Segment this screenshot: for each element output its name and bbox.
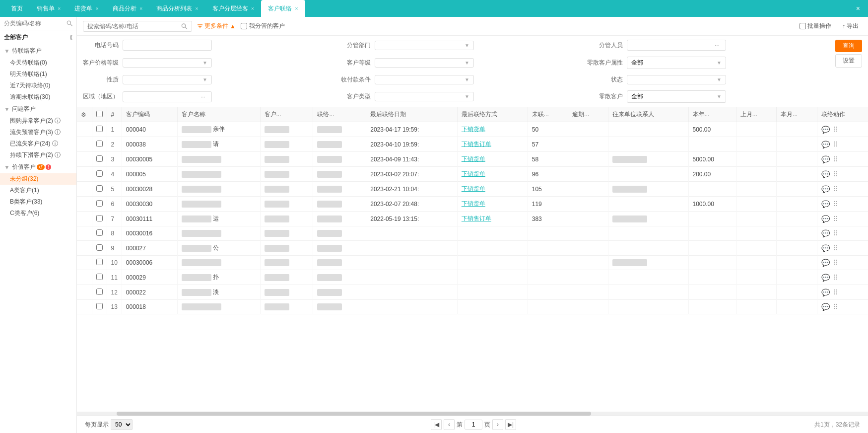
contact-icon[interactable]: 💬	[821, 185, 830, 193]
more-action-icon[interactable]: ⠿	[833, 185, 838, 193]
more-action-icon[interactable]: ⠿	[833, 215, 838, 223]
batch-op-button[interactable]: 批量操作	[796, 20, 835, 32]
tab-sales[interactable]: 销售单 ×	[30, 0, 67, 17]
cell-last-method[interactable]	[457, 285, 528, 300]
row-checkbox[interactable]	[96, 274, 103, 280]
row-checkbox[interactable]	[96, 155, 103, 162]
close-icon[interactable]: ×	[139, 5, 142, 11]
last-method-link[interactable]: 下销货单	[462, 170, 485, 177]
all-customers-header[interactable]: 全部客户 ⟪	[0, 30, 76, 45]
cell-last-method[interactable]: 下销货单	[457, 182, 528, 197]
col-checkbox[interactable]	[92, 107, 107, 122]
tab-customer-segment[interactable]: 客户分层经客 ×	[205, 0, 261, 17]
contact-icon[interactable]: 💬	[821, 229, 830, 237]
sidebar-item-b-class[interactable]: B类客户(33)	[0, 196, 76, 208]
last-method-link[interactable]: 下销货单	[462, 126, 485, 133]
close-icon[interactable]: ×	[295, 5, 298, 11]
sidebar-search-input[interactable]	[4, 20, 65, 27]
my-customers-check[interactable]	[241, 23, 247, 29]
cust-type-select[interactable]: ▼	[375, 92, 474, 101]
close-icon[interactable]: ×	[58, 5, 61, 11]
last-method-link[interactable]: 下销货单	[462, 155, 485, 162]
sidebar-item-tomorrow[interactable]: 明天待联络(1)	[0, 69, 76, 80]
row-checkbox[interactable]	[96, 126, 103, 132]
tab-product-list[interactable]: 商品分析列表 ×	[149, 0, 205, 17]
sidebar-item-churn-warning[interactable]: 流失预警客户(3) ⓘ	[0, 127, 76, 138]
phone-input[interactable]	[123, 40, 212, 51]
contact-icon[interactable]: 💬	[821, 259, 830, 267]
more-icon[interactable]: ···	[713, 42, 722, 49]
row-checkbox[interactable]	[96, 200, 103, 207]
batch-checkbox[interactable]	[800, 23, 806, 29]
col-code[interactable]: 客户编码	[122, 107, 177, 122]
next-page-button[interactable]: ›	[492, 419, 503, 430]
cell-checkbox[interactable]	[92, 122, 107, 137]
sidebar-item-c-class[interactable]: C类客户(6)	[0, 208, 76, 219]
cell-checkbox[interactable]	[92, 197, 107, 212]
close-icon[interactable]: ×	[251, 5, 254, 11]
contact-icon[interactable]: 💬	[821, 303, 830, 311]
cell-last-method[interactable]: 下销货单	[457, 152, 528, 167]
cust-level-select[interactable]: ▼	[375, 58, 474, 68]
retail-attr-select[interactable]: 全部 ▼	[627, 57, 726, 69]
cell-checkbox[interactable]	[92, 152, 107, 167]
group-pending-contact[interactable]: ▼ 待联络客户	[0, 45, 76, 57]
col-this-month[interactable]: 本月...	[777, 107, 817, 122]
col-last-date[interactable]: 最后联络日期	[366, 107, 458, 122]
cell-checkbox[interactable]	[92, 167, 107, 182]
status-select[interactable]: ▼	[627, 75, 726, 84]
sidebar-item-a-class[interactable]: A类客户(1)	[0, 185, 76, 196]
scrollbar-thumb[interactable]	[117, 412, 591, 416]
more-action-icon[interactable]: ⠿	[833, 274, 838, 282]
cell-checkbox[interactable]	[92, 182, 107, 197]
tab-purchase[interactable]: 进货单 ×	[67, 0, 105, 17]
contact-icon[interactable]: 💬	[821, 274, 830, 282]
col-settings[interactable]: ⚙	[77, 107, 92, 122]
cell-last-method[interactable]: 下销货单	[457, 167, 528, 182]
row-checkbox[interactable]	[96, 229, 103, 236]
horizontal-scrollbar[interactable]	[77, 412, 868, 416]
cell-last-method[interactable]	[457, 300, 528, 314]
close-icon[interactable]: ×	[195, 5, 198, 11]
prev-page-button[interactable]: ‹	[444, 419, 455, 430]
cell-checkbox[interactable]	[92, 212, 107, 226]
col-name[interactable]: 客户名称	[178, 107, 260, 122]
row-checkbox[interactable]	[96, 244, 103, 251]
pay-terms-select[interactable]: ▼	[375, 75, 474, 84]
contact-icon[interactable]: 💬	[821, 200, 830, 208]
dept-select[interactable]: ▼	[375, 41, 474, 50]
col-last-method[interactable]: 最后联络方式	[457, 107, 528, 122]
more-action-icon[interactable]: ⠿	[833, 126, 838, 134]
row-checkbox[interactable]	[96, 170, 103, 177]
cell-last-method[interactable]: 下销售订单	[457, 212, 528, 226]
col-no-contact[interactable]: 未联...	[528, 107, 568, 122]
sidebar-item-today[interactable]: 今天待联络(0)	[0, 57, 76, 69]
query-button[interactable]: 查询	[835, 40, 862, 52]
cell-last-method[interactable]	[457, 270, 528, 285]
more-action-icon[interactable]: ⠿	[833, 289, 838, 296]
cell-last-method[interactable]	[457, 256, 528, 270]
cell-checkbox[interactable]	[92, 256, 107, 270]
cell-checkbox[interactable]	[92, 137, 107, 152]
cell-checkbox[interactable]	[92, 241, 107, 256]
sidebar-item-lost[interactable]: 已流失客户(24) ⓘ	[0, 138, 76, 149]
col-partner[interactable]: 往来单位联系人	[608, 107, 688, 122]
row-checkbox[interactable]	[96, 215, 103, 221]
sidebar-item-overdue[interactable]: 逾期未联络(30)	[0, 91, 76, 103]
cell-checkbox[interactable]	[92, 270, 107, 285]
last-method-link[interactable]: 下销售订单	[462, 215, 491, 222]
close-all-button[interactable]: ×	[852, 4, 864, 12]
row-checkbox[interactable]	[96, 289, 103, 295]
last-method-link[interactable]: 下销货单	[462, 200, 485, 207]
more-action-icon[interactable]: ⠿	[833, 141, 838, 148]
more-action-icon[interactable]: ⠿	[833, 200, 838, 208]
row-checkbox[interactable]	[96, 141, 103, 147]
sidebar-item-declining[interactable]: 持续下滑客户(2) ⓘ	[0, 149, 76, 161]
contact-icon[interactable]: 💬	[821, 155, 830, 163]
tab-product-analysis[interactable]: 商品分析 ×	[106, 0, 149, 17]
group-problem-customers[interactable]: ▼ 问题客户	[0, 103, 76, 115]
close-icon[interactable]: ×	[95, 5, 98, 11]
reset-button[interactable]: 设置	[835, 54, 862, 68]
cell-last-method[interactable]	[457, 241, 528, 256]
more-action-icon[interactable]: ⠿	[833, 229, 838, 237]
